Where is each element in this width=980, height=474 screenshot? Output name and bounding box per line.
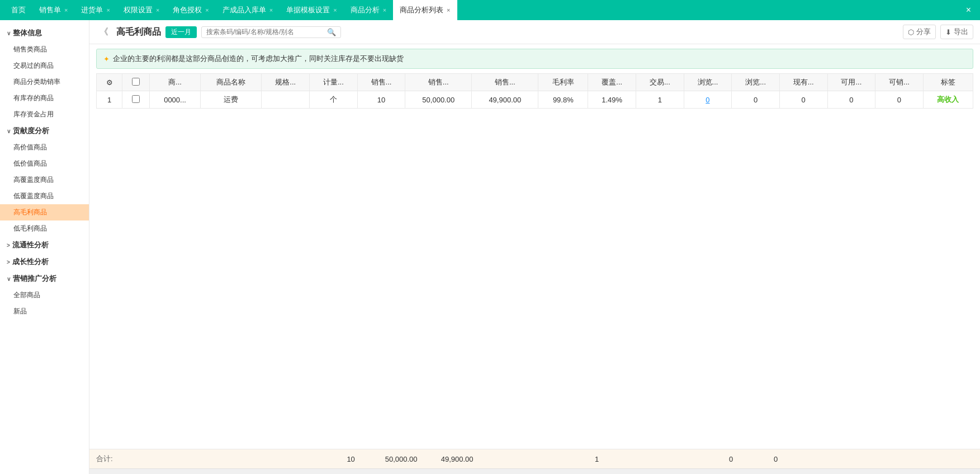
- nav-item-角色授权[interactable]: 角色授权×: [166, 0, 215, 20]
- nav-close-icon[interactable]: ×: [383, 7, 386, 13]
- info-icon: ✦: [103, 55, 110, 63]
- col-header-tag[interactable]: 标签: [923, 74, 973, 91]
- nav-item-进货单[interactable]: 进货单×: [74, 0, 116, 20]
- footer-total-label: 合计:: [96, 454, 113, 464]
- col-header-trade[interactable]: 交易...: [636, 74, 684, 91]
- sidebar-item-有库存的商品[interactable]: 有库存的商品: [0, 90, 89, 106]
- col-header-view1[interactable]: 浏览...: [684, 74, 732, 91]
- sidebar-item-销售类商品[interactable]: 销售类商品: [0, 41, 89, 58]
- col-header-gross_margin[interactable]: 毛利率: [538, 74, 588, 91]
- cell-checkbox[interactable]: [122, 91, 150, 109]
- sidebar-item-高毛利商品[interactable]: 高毛利商品: [0, 204, 89, 220]
- col-header-current[interactable]: 现有...: [779, 74, 827, 91]
- footer-sale-amount: 50,000.00: [373, 455, 429, 463]
- sidebar-item-高价值商品[interactable]: 高价值商品: [0, 139, 89, 156]
- footer-sale-profit: 49,900.00: [429, 455, 485, 463]
- nav-close-icon[interactable]: ×: [106, 7, 110, 13]
- chevron-icon: ∨: [7, 276, 11, 282]
- sidebar-group-营销推广分析[interactable]: ∨营销推广分析: [0, 270, 89, 287]
- search-input[interactable]: [206, 28, 327, 36]
- nav-close-icon[interactable]: ×: [64, 7, 68, 13]
- content-panel: 《 高毛利商品 近一月 🔍 ⬡ 分享 ⬇ 导出 ✦ 企业的主要的利润都是这部分商…: [89, 20, 980, 474]
- search-icon[interactable]: 🔍: [327, 28, 336, 36]
- view-link[interactable]: 0: [706, 96, 709, 104]
- chevron-icon: >: [7, 259, 10, 265]
- col-header-code[interactable]: 商...: [150, 74, 200, 91]
- sidebar-group-流通性分析[interactable]: >流通性分析: [0, 237, 89, 254]
- sidebar-item-库存资金占用[interactable]: 库存资金占用: [0, 106, 89, 123]
- chevron-icon: >: [7, 242, 10, 248]
- cell-tag: 高收入: [923, 91, 973, 109]
- nav-item-权限设置[interactable]: 权限设置×: [117, 0, 166, 20]
- cell-code: 0000...: [150, 91, 200, 109]
- nav-close-icon[interactable]: ×: [269, 7, 273, 13]
- col-header-coverage[interactable]: 覆盖...: [588, 74, 636, 91]
- collapse-sidebar-button[interactable]: 《: [96, 25, 112, 39]
- col-header-available[interactable]: 可用...: [827, 74, 875, 91]
- col-header-sale_qty[interactable]: 销售...: [357, 74, 405, 91]
- sidebar-item-高覆盖度商品[interactable]: 高覆盖度商品: [0, 172, 89, 188]
- info-bar: ✦ 企业的主要的利润都是这部分商品创造的，可考虑加大推广，同时关注库存是不要出现…: [96, 49, 973, 69]
- cell-sellable: 0: [875, 91, 924, 109]
- cell-view1[interactable]: 0: [684, 91, 732, 109]
- col-header-settings[interactable]: ⚙: [97, 74, 122, 91]
- sidebar-item-新品[interactable]: 新品: [0, 303, 89, 320]
- table-container: ⚙商...商品名称规格...计量...销售...销售...销售...毛利率覆盖.…: [89, 73, 980, 449]
- col-header-name[interactable]: 商品名称: [200, 74, 262, 91]
- nav-item-产成品入库单[interactable]: 产成品入库单×: [216, 0, 280, 20]
- nav-close-icon[interactable]: ×: [205, 7, 209, 13]
- share-button[interactable]: ⬡ 分享: [903, 25, 936, 39]
- sidebar-group-整体信息[interactable]: ∨整体信息: [0, 25, 89, 41]
- main-area: ∨整体信息销售类商品交易过的商品商品分类助销率有库存的商品库存资金占用∨贡献度分…: [0, 20, 980, 474]
- info-message: 企业的主要的利润都是这部分商品创造的，可考虑加大推广，同时关注库存是不要出现缺货: [113, 54, 404, 64]
- period-filter-button[interactable]: 近一月: [165, 26, 197, 38]
- cell-sale_amount: 50,000.00: [405, 91, 472, 109]
- row-checkbox[interactable]: [132, 95, 140, 103]
- cell-current: 0: [779, 91, 827, 109]
- col-header-sellable[interactable]: 可销...: [875, 74, 924, 91]
- nav-close-icon[interactable]: ×: [333, 7, 337, 13]
- nav-item-商品分析列表[interactable]: 商品分析列表×: [393, 0, 457, 20]
- nav-item-销售单[interactable]: 销售单×: [32, 0, 74, 20]
- select-all-checkbox[interactable]: [132, 78, 140, 86]
- sidebar-group-label: 营销推广分析: [13, 274, 56, 284]
- chevron-icon: ∨: [7, 128, 11, 134]
- sidebar-group-label: 流通性分析: [12, 240, 49, 250]
- cell-name: 运费: [200, 91, 262, 109]
- footer-bar: 合计: 10 50,000.00 49,900.00 1 0 0: [89, 449, 980, 468]
- chevron-icon: ∨: [7, 30, 11, 36]
- footer-trade: 1: [575, 455, 619, 463]
- sidebar-group-成长性分析[interactable]: >成长性分析: [0, 254, 89, 270]
- sidebar-item-低毛利商品[interactable]: 低毛利商品: [0, 220, 89, 237]
- horizontal-scrollbar[interactable]: [89, 468, 980, 474]
- nav-item-首页[interactable]: 首页: [4, 0, 32, 20]
- nav-close-icon[interactable]: ×: [447, 7, 450, 13]
- sidebar-item-低覆盖度商品[interactable]: 低覆盖度商品: [0, 188, 89, 204]
- sidebar-item-商品分类助销率[interactable]: 商品分类助销率: [0, 74, 89, 90]
- cell-view2: 0: [732, 91, 780, 109]
- sidebar-item-低价值商品[interactable]: 低价值商品: [0, 156, 89, 172]
- content-header: 《 高毛利商品 近一月 🔍 ⬡ 分享 ⬇ 导出: [89, 20, 980, 44]
- cell-unit: 个: [310, 91, 358, 109]
- col-header-checkbox[interactable]: [122, 74, 150, 91]
- sidebar-item-交易过的商品[interactable]: 交易过的商品: [0, 58, 89, 74]
- col-header-view2[interactable]: 浏览...: [732, 74, 780, 91]
- footer-sale-qty: 10: [329, 455, 373, 463]
- col-header-sale_profit[interactable]: 销售...: [472, 74, 538, 91]
- col-header-sale_amount[interactable]: 销售...: [405, 74, 472, 91]
- table-row: 10000...运费个1050,000.0049,900.0099.8%1.49…: [97, 91, 973, 109]
- sidebar-group-label: 成长性分析: [12, 257, 49, 267]
- footer-current: 0: [709, 455, 754, 463]
- sidebar-group-贡献度分析[interactable]: ∨贡献度分析: [0, 123, 89, 139]
- sidebar-item-全部商品[interactable]: 全部商品: [0, 287, 89, 303]
- col-header-unit[interactable]: 计量...: [310, 74, 358, 91]
- export-button[interactable]: ⬇ 导出: [940, 25, 973, 39]
- col-header-spec[interactable]: 规格...: [262, 74, 310, 91]
- sidebar-group-label: 贡献度分析: [13, 126, 49, 136]
- cell-available: 0: [827, 91, 875, 109]
- nav-item-商品分析[interactable]: 商品分析×: [344, 0, 393, 20]
- nav-item-单据模板设置[interactable]: 单据模板设置×: [280, 0, 343, 20]
- close-all-button[interactable]: ×: [962, 5, 976, 15]
- nav-close-icon[interactable]: ×: [156, 7, 159, 13]
- cell-sale_profit: 49,900.00: [472, 91, 538, 109]
